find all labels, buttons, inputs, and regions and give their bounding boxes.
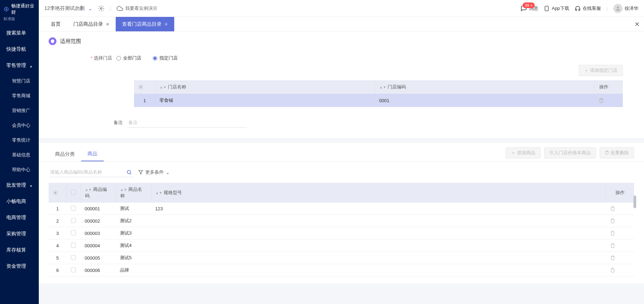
delete-icon[interactable] [610, 218, 630, 223]
cloud-icon [117, 5, 123, 12]
sort-icon: ▲▼ [156, 192, 163, 194]
col-spec[interactable]: ▲▼规格型号 [151, 183, 606, 203]
phone-icon [544, 6, 549, 11]
close-icon[interactable]: ✕ [106, 22, 109, 27]
row-checkbox[interactable] [66, 227, 80, 240]
radio-specific-stores[interactable]: 指定门店 [153, 55, 178, 61]
more-conditions[interactable]: 更多条件 ⌄ [138, 169, 170, 175]
sort-icon: ▲▼ [160, 86, 167, 88]
nav-wholesale[interactable]: 批发管理 [0, 177, 39, 193]
product-tabs: 商品分类 商品 ＋添加商品 引入门店价格本商品 批量删除 [39, 143, 644, 162]
close-all-icon[interactable]: ✕ [633, 19, 641, 30]
store-select-label: *选择门店 [49, 55, 112, 61]
row-checkbox[interactable] [66, 264, 80, 277]
nav-search[interactable]: 搜索菜单 [0, 25, 39, 41]
product-row[interactable]: 4000004测试4 [49, 240, 634, 252]
product-name-cell: 测试3 [116, 227, 151, 240]
download-button[interactable]: App下载 [544, 5, 569, 12]
store-select-row: *选择门店 全部门店 指定门店 [39, 48, 644, 65]
product-row[interactable]: 6000006品牌 [49, 264, 634, 277]
nav-sub-basic-info[interactable]: 基础信息 [0, 148, 39, 162]
delete-icon[interactable] [610, 231, 630, 236]
user-icon [615, 6, 621, 11]
delete-icon[interactable] [610, 255, 630, 260]
svg-point-0 [6, 8, 7, 10]
row-index: 5 [49, 252, 66, 264]
brand-logo: 畅捷通好业财 [0, 0, 39, 16]
product-name-cell: 品牌 [116, 264, 151, 277]
nav-xiaochang[interactable]: 小畅电商 [0, 193, 39, 210]
row-checkbox[interactable] [66, 215, 80, 227]
col-store-name[interactable]: ▲▼门店名称 [155, 80, 375, 94]
service-button[interactable]: 在线客服 [575, 5, 601, 12]
brand-name: 畅捷通好业财 [11, 3, 35, 15]
search-icon[interactable] [125, 168, 133, 176]
user-menu[interactable]: 徐泽华 [613, 4, 638, 13]
nav-sub-retail-stats[interactable]: 零售统计 [0, 133, 39, 148]
product-name-cell: 测试4 [116, 240, 151, 252]
product-row[interactable]: 5000005测试5 [49, 252, 634, 264]
row-index: 3 [49, 227, 66, 240]
tab-store-products[interactable]: 门店商品目录✕ [67, 17, 116, 31]
row-checkbox[interactable] [66, 252, 80, 264]
svg-rect-2 [545, 6, 548, 11]
row-checkbox[interactable] [66, 203, 80, 215]
product-name-cell: 测试2 [116, 215, 151, 227]
row-index: 1 [134, 94, 155, 107]
svg-point-1 [100, 7, 102, 9]
col-product-code[interactable]: ▲▼商品编码 [80, 183, 116, 203]
sort-icon: ▲▼ [85, 189, 92, 191]
col-operation: 操作 [595, 80, 623, 94]
messages-button[interactable]: 99 + 消息 [521, 5, 538, 12]
delete-icon[interactable] [610, 243, 630, 248]
gear-icon [138, 85, 143, 89]
delete-icon[interactable] [610, 268, 630, 273]
tab-product[interactable]: 商品 [81, 147, 104, 161]
nav-sub-help[interactable]: 帮助中心 [0, 162, 39, 177]
nav-sub-member[interactable]: 会员中心 [0, 118, 39, 133]
product-row[interactable]: 2000002测试2 [49, 215, 634, 227]
radio-all-stores[interactable]: 全部门店 [116, 55, 141, 61]
select-all-checkbox[interactable] [66, 183, 80, 203]
caret-down-icon [30, 182, 32, 188]
brand-icon [4, 6, 9, 12]
demo-link[interactable]: 我要看实例演示 [117, 5, 157, 12]
nav-quick[interactable]: 快捷导航 [0, 41, 39, 57]
nav-sub-retail-mall[interactable]: 零售商城 [0, 88, 39, 103]
nav-ecommerce[interactable]: 电商管理 [0, 210, 39, 226]
close-icon[interactable]: ✕ [164, 22, 168, 27]
store-row[interactable]: 1 零食铺 0001 [134, 94, 623, 107]
product-search-input[interactable] [49, 167, 125, 177]
settings-icon[interactable] [98, 5, 104, 12]
sort-icon: ▲▼ [379, 86, 387, 88]
delete-icon[interactable] [599, 98, 619, 103]
product-spec-cell [151, 227, 606, 240]
tab-home[interactable]: 首页 [44, 17, 67, 31]
product-code-cell: 000006 [80, 264, 116, 277]
tab-category[interactable]: 商品分类 [49, 148, 81, 161]
nav-retail[interactable]: 零售管理 [0, 57, 39, 74]
scope-icon [49, 37, 56, 45]
plus-icon: ＋ [584, 67, 589, 74]
col-store-code[interactable]: ▲▼门店编码 [375, 80, 595, 94]
content: 适用范围 *选择门店 全部门店 指定门店 ＋添加指定门店 ▲▼ [39, 32, 644, 304]
scrollbar-thumb[interactable] [633, 196, 636, 208]
delete-icon[interactable] [610, 206, 630, 211]
gear-column[interactable] [134, 80, 155, 94]
nav-funds[interactable]: 资金管理 [0, 258, 39, 274]
product-spec-cell [151, 252, 606, 264]
tab-view-store-products[interactable]: 查看门店商品目录✕ [116, 17, 174, 31]
product-name-cell: 测试 [116, 203, 151, 215]
product-row[interactable]: 1000001测试123 [49, 203, 634, 215]
product-row[interactable]: 3000003测试3 [49, 227, 634, 240]
col-product-name[interactable]: ▲▼商品名称 [116, 183, 151, 203]
remark-input[interactable] [127, 118, 247, 128]
gear-column[interactable] [49, 183, 66, 203]
nav-sub-marketing[interactable]: 营销推广 [0, 103, 39, 118]
remark-row: 备注 [39, 107, 644, 138]
nav-sub-smart-store[interactable]: 智慧门店 [0, 74, 39, 88]
row-checkbox[interactable] [66, 240, 80, 252]
org-switcher[interactable]: 12李艳芬测试勿删 ⌄ [44, 5, 92, 12]
nav-purchase[interactable]: 采购管理 [0, 226, 39, 242]
nav-inventory[interactable]: 库存核算 [0, 242, 39, 258]
